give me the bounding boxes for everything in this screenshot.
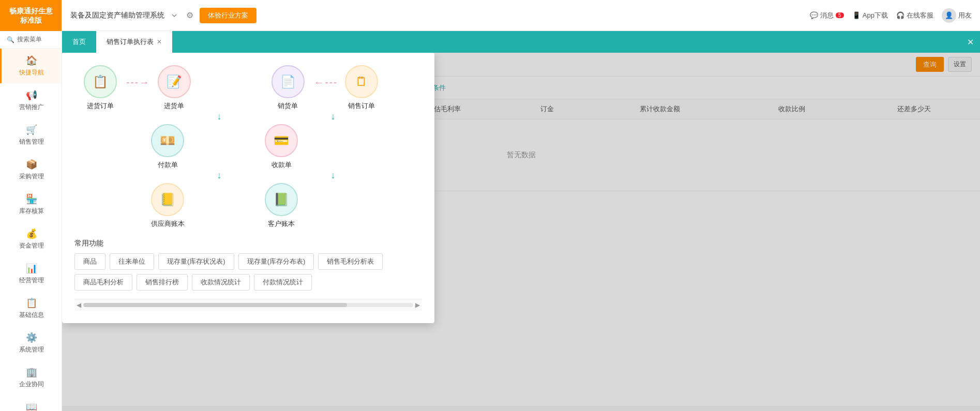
sales-order-label: 销售订单 — [348, 101, 375, 111]
header-right: 💬 消息 5 📱 App下载 🎧 在线客服 👤 用友 — [810, 8, 972, 23]
tab-bar: 首页 销售订单执行表 ✕ ✕ — [62, 31, 980, 53]
common-btn-往来单位[interactable]: 往来单位 — [110, 253, 154, 270]
sys-manage-label: 系统管理 — [19, 345, 44, 354]
tab-home[interactable]: 首页 — [62, 31, 96, 53]
flow-node-payment-bill[interactable]: 💴 付款单 — [142, 124, 193, 170]
arrow-right-1: - - - → — [126, 77, 148, 88]
avatar-icon: 👤 — [942, 8, 956, 23]
common-btn-销售排行榜[interactable]: 销售排行榜 — [137, 274, 188, 291]
arrow-down-2: ↓ — [307, 112, 359, 121]
customer-ledger-icon: 📗 — [265, 183, 298, 216]
flow-node-supplier-ledger[interactable]: 📒 供应商账本 — [142, 183, 193, 229]
sidebar-item-guide[interactable]: 📖 新手引导 — [0, 395, 62, 411]
customer-ledger-label: 客户账本 — [268, 219, 295, 229]
purchase-order-label: 进货订单 — [87, 101, 114, 111]
tab-close-icon[interactable]: ✕ — [157, 38, 162, 45]
sidebar-item-marketing[interactable]: 📢 营销推广 — [0, 83, 62, 118]
scroll-thumb — [83, 303, 347, 307]
tab-sales-order-exec[interactable]: 销售订单执行表 ✕ — [96, 31, 172, 53]
sidebar-item-inventory[interactable]: 🏪 库存核算 — [0, 187, 62, 222]
arrow-down-4: ↓ — [307, 171, 359, 180]
arrow-left-1: ← - - - — [314, 77, 336, 88]
common-btn-现存量库存分布表[interactable]: 现存量(库存分布表) — [238, 253, 314, 270]
sidebar-item-finance[interactable]: 💰 资金管理 — [0, 222, 62, 256]
purchase-order-icon: 📋 — [84, 65, 117, 98]
flow-node-purchase-bill[interactable]: 📝 进货单 — [148, 65, 200, 111]
operations-label: 经营管理 — [19, 276, 44, 285]
purchase-bill-icon: 📝 — [158, 65, 191, 98]
scroll-left-arrow[interactable]: ◀ — [77, 301, 81, 309]
base-info-label: 基础信息 — [19, 311, 44, 319]
receipt-bill-icon: 💳 — [265, 124, 298, 157]
common-btn-收款情况统计[interactable]: 收款情况统计 — [192, 274, 250, 291]
arrow-down-3: ↓ — [193, 171, 245, 180]
online-service-button[interactable]: 🎧 在线客服 — [896, 11, 933, 20]
common-title: 常用功能 — [74, 239, 422, 248]
main-area: 装备及固定资产辅助管理系统 ⚙ 体验行业方案 💬 消息 5 📱 App下载 🎧 … — [62, 0, 980, 411]
marketing-icon: 📢 — [26, 89, 37, 101]
enterprise-icon: 🏢 — [26, 367, 37, 378]
common-btn-商品[interactable]: 商品 — [74, 253, 105, 270]
supplier-ledger-icon: 📒 — [151, 183, 184, 216]
sidebar-item-sales[interactable]: 🛒 销售管理 — [0, 118, 62, 153]
message-badge: 5 — [836, 12, 844, 18]
sales-icon: 🛒 — [26, 124, 37, 135]
logo: 畅康通好生意 标准版 — [0, 0, 62, 31]
finance-label: 资金管理 — [19, 241, 44, 250]
sidebar-item-base-info[interactable]: 📋 基础信息 — [0, 291, 62, 326]
sidebar-item-enterprise[interactable]: 🏢 企业协同 — [0, 360, 62, 395]
common-btn-销售毛利分析表[interactable]: 销售毛利分析表 — [318, 253, 383, 270]
modal-overlay[interactable]: 📋 进货订单 - - - → 📝 进货单 � — [62, 53, 980, 411]
sales-bill-label: 销货单 — [278, 101, 298, 111]
enterprise-label: 企业协同 — [19, 380, 44, 389]
payment-bill-icon: 💴 — [151, 124, 184, 157]
flow-node-receipt-bill[interactable]: 💳 收款单 — [255, 124, 307, 170]
sidebar-item-operations[interactable]: 📊 经营管理 — [0, 256, 62, 291]
sidebar-item-sys-manage[interactable]: ⚙️ 系统管理 — [0, 326, 62, 360]
flow-node-purchase-order[interactable]: 📋 进货订单 — [74, 65, 126, 111]
sidebar-item-quick-nav[interactable]: 🏠 快捷导航 — [0, 49, 62, 83]
base-info-icon: 📋 — [26, 297, 37, 309]
arrow-down-1: ↓ — [193, 112, 245, 121]
quick-nav-icon: 🏠 — [26, 55, 37, 66]
inventory-icon: 🏪 — [26, 193, 37, 205]
scroll-right-arrow[interactable]: ▶ — [415, 301, 420, 309]
sidebar: 畅康通好生意 标准版 🔍 搜索菜单 🏠 快捷导航 📢 营销推广 🛒 销售管理 📦… — [0, 0, 62, 411]
sales-label: 销售管理 — [19, 138, 44, 146]
finance-icon: 💰 — [26, 228, 37, 239]
receipt-bill-label: 收款单 — [272, 160, 292, 170]
system-title: 装备及固定资产辅助管理系统 — [70, 11, 164, 20]
flow-diagram: 📋 进货订单 - - - → 📝 进货单 � — [74, 65, 422, 229]
app-icon: 📱 — [852, 11, 861, 19]
user-avatar[interactable]: 👤 用友 — [942, 8, 972, 23]
sidebar-search[interactable]: 🔍 搜索菜单 — [0, 31, 62, 49]
message-button[interactable]: 💬 消息 5 — [810, 11, 844, 20]
common-btn-付款情况统计[interactable]: 付款情况统计 — [254, 274, 312, 291]
experience-button[interactable]: 体验行业方案 — [200, 8, 257, 23]
system-dropdown[interactable] — [171, 12, 178, 19]
sidebar-item-purchase[interactable]: 📦 采购管理 — [0, 153, 62, 187]
page-body: ❓ 帮助 🖨 按模板打印 ▾ ⬆ 导出 🔄 刷新 查询 设置 — [62, 53, 980, 411]
common-btn-商品毛利分析[interactable]: 商品毛利分析 — [74, 274, 132, 291]
settings-icon[interactable]: ⚙ — [186, 10, 193, 20]
flow-node-sales-bill[interactable]: 📄 销货单 — [262, 65, 314, 111]
marketing-label: 营销推广 — [19, 103, 44, 112]
supplier-ledger-label: 供应商账本 — [151, 219, 185, 229]
payment-bill-label: 付款单 — [158, 160, 178, 170]
close-all-tabs-icon[interactable]: ✕ — [967, 37, 974, 47]
purchase-icon: 📦 — [26, 159, 37, 170]
app-download-button[interactable]: 📱 App下载 — [852, 11, 888, 20]
scroll-track[interactable] — [83, 303, 413, 307]
guide-icon: 📖 — [26, 401, 37, 411]
purchase-label: 采购管理 — [19, 172, 44, 181]
quick-nav-label: 快捷导航 — [19, 68, 44, 77]
top-header: 装备及固定资产辅助管理系统 ⚙ 体验行业方案 💬 消息 5 📱 App下载 🎧 … — [62, 0, 980, 31]
common-btn-现存量库存状况表[interactable]: 现存量(库存状况表) — [158, 253, 234, 270]
flow-node-sales-order[interactable]: 🗒 销售订单 — [336, 65, 387, 111]
sales-order-icon: 🗒 — [345, 65, 378, 98]
common-buttons-row: 商品往来单位现存量(库存状况表)现存量(库存分布表)销售毛利分析表商品毛利分析销… — [74, 253, 422, 291]
sidebar-nav: 🏠 快捷导航 📢 营销推广 🛒 销售管理 📦 采购管理 🏪 库存核算 💰 资金管… — [0, 49, 62, 411]
inventory-label: 库存核算 — [19, 207, 44, 216]
flow-node-customer-ledger[interactable]: 📗 客户账本 — [255, 183, 307, 229]
search-icon: 🔍 — [7, 36, 14, 43]
